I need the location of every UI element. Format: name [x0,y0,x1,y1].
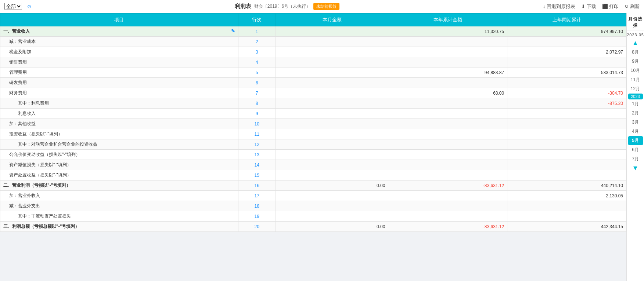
edit-icon[interactable]: ✎ [231,28,235,34]
ytd-amount-cell: 94,883.87 [388,67,507,78]
col-ytd: 本年累计金额 [388,14,507,26]
item-cell: 利息收入 [0,109,238,119]
month-amount-cell [276,170,388,180]
table-row: 资产处置收益（损失以"-"填列）15 [0,170,626,180]
help-icon[interactable]: ⊙ [27,4,31,9]
table-row: 投资收益（损失以"-"填列）11 [0,129,626,139]
month-amount-cell [276,78,388,88]
row-num-cell: 4 [238,57,276,67]
row-num-cell: 18 [238,201,276,211]
item-cell: 加：其他收益 [0,119,238,129]
item-cell: 公允价值变动收益（损失以"-"填列） [0,150,238,160]
table-row: 减：营业成本2 [0,37,626,47]
month-item[interactable]: 9月 [628,57,643,66]
prev-amount-cell [507,170,626,180]
table-row: 减：营业外支出18 [0,201,626,211]
ytd-amount-cell [388,211,507,222]
month-item[interactable]: 1月 [628,99,643,109]
ytd-amount-cell: -83,631.12 [388,222,507,232]
month-item[interactable]: 3月 [628,118,643,127]
month-amount-cell [276,160,388,170]
col-month: 本月金额 [276,14,388,26]
ytd-amount-cell [388,37,507,47]
month-amount-cell [276,98,388,109]
prev-amount-cell: 2,072.97 [507,47,626,57]
row-num-cell: 2 [238,37,276,47]
table-row: 税金及附加32,072.97 [0,47,626,57]
month-amount-cell [276,37,388,47]
row-num-cell: 11 [238,129,276,139]
ytd-amount-cell [388,129,507,139]
row-num-cell: 15 [238,170,276,180]
month-amount-cell [276,57,388,67]
page-subtitle: 财会〔2019〕6号（未执行） [254,3,310,10]
table-row: 资产减值损失（损失以"-"填列）14 [0,160,626,170]
item-cell: 管理费用 [0,67,238,78]
table-row: 加：营业外收入172,130.05 [0,191,626,201]
row-num-cell: 20 [238,222,276,232]
prev-amount-cell: -875.20 [507,98,626,109]
item-cell: 财务费用 [0,88,238,98]
table-header-row: 项目 行次 本月金额 本年累计金额 上年同期累计 [0,14,626,26]
table-row: 财务费用768.00-304.70 [0,88,626,98]
back-button[interactable]: ↓ 回退到原报表 [543,3,575,10]
table-row: 其中：利息费用8-875.20 [0,98,626,109]
row-num-cell: 16 [238,180,276,191]
prev-amount-cell [507,201,626,211]
item-cell: 研发费用 [0,78,238,88]
print-button[interactable]: ⬛ 打印 [602,3,619,10]
prev-amount-cell: 533,014.73 [507,67,626,78]
sidebar-year: 2023.05 [626,31,644,39]
month-amount-cell [276,150,388,160]
month-item[interactable]: 12月 [628,84,643,94]
row-num-cell: 5 [238,67,276,78]
top-bar: 全部 ⊙ 利润表 财会〔2019〕6号（未执行） 未结转损益 ↓ 回退到原报表 … [0,0,644,13]
month-item[interactable]: 10月 [628,66,643,75]
scroll-down-arrow[interactable]: ▼ [632,164,639,173]
prev-amount-cell [507,129,626,139]
table-row: 加：其他收益10 [0,119,626,129]
prev-amount-cell: 2,130.05 [507,191,626,201]
ytd-amount-cell: 68.00 [388,88,507,98]
status-badge: 未结转损益 [313,3,339,10]
month-item[interactable]: 6月 [628,145,643,154]
table-row: 一、营业收入✎111,320.75974,997.10 [0,26,626,37]
prev-amount-cell: 442,344.15 [507,222,626,232]
top-bar-center: 利润表 财会〔2019〕6号（未执行） 未结转损益 [235,3,339,10]
prev-amount-cell [507,160,626,170]
ytd-amount-cell [388,98,507,109]
ytd-amount-cell [388,191,507,201]
prev-amount-cell [507,150,626,160]
item-cell: 资产处置收益（损失以"-"填列） [0,170,238,180]
table-row: 研发费用6 [0,78,626,88]
row-num-cell: 6 [238,78,276,88]
month-amount-cell [276,139,388,150]
table-row: 二、营业利润（亏损以"-"号填列）160.00-83,631.12440,214… [0,180,626,191]
month-item[interactable]: 8月 [628,48,643,57]
item-cell: 减：营业外支出 [0,201,238,211]
table-row: 其中：非流动资产处置损失19 [0,211,626,222]
month-item[interactable]: 7月 [628,154,643,164]
row-num-cell: 12 [238,139,276,150]
month-item[interactable]: 4月 [628,127,643,136]
month-amount-cell [276,47,388,57]
row-num-cell: 13 [238,150,276,160]
month-amount-cell [276,67,388,78]
ytd-amount-cell: 11,320.75 [388,26,507,37]
scroll-up-arrow[interactable]: ▲ [632,39,639,48]
ytd-amount-cell [388,139,507,150]
table-row: 管理费用594,883.87533,014.73 [0,67,626,78]
refresh-button[interactable]: ↻ 刷新 [625,3,640,10]
item-cell: 资产减值损失（损失以"-"填列） [0,160,238,170]
month-item[interactable]: 11月 [628,75,643,84]
col-row: 行次 [238,14,276,26]
ytd-amount-cell: -83,631.12 [388,180,507,191]
month-item[interactable]: 5月 [628,136,643,145]
download-button[interactable]: ⬇ 下载 [581,3,596,10]
month-item[interactable]: 2月 [628,109,643,118]
item-cell: 二、营业利润（亏损以"-"号填列） [0,180,238,191]
main-container: 项目 行次 本月金额 本年累计金额 上年同期累计 一、营业收入✎111,320.… [0,13,644,281]
row-num-cell: 8 [238,98,276,109]
scope-select[interactable]: 全部 [4,3,22,10]
row-num-cell: 9 [238,109,276,119]
